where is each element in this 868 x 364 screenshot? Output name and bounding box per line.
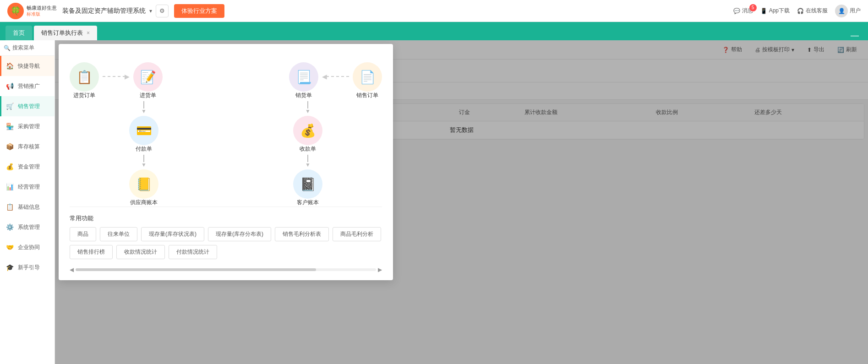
online-service-btn[interactable]: 🎧 在线客服 [797, 7, 828, 15]
user-name: 用户 [850, 7, 861, 15]
flow-item-customer-ledger[interactable]: 📓 客户账本 [293, 169, 322, 206]
customer-ledger-circle: 📓 [293, 169, 322, 199]
tab-sales-order-exec[interactable]: 销售订单执行表 × [34, 26, 97, 40]
scroll-left-arrow[interactable]: ◀ [70, 266, 74, 273]
sales-order-circle: 📄 [353, 62, 382, 92]
sidebar-item-quick-nav[interactable]: 🏠 快捷导航 [0, 56, 55, 76]
supplier-ledger-icon: 📒 [136, 177, 152, 192]
sidebar-item-enterprise[interactable]: 🤝 企业协同 [0, 237, 55, 257]
sidebar-item-finance[interactable]: 💰 资金管理 [0, 157, 55, 177]
main-layout: 🔍 搜索菜单 🏠 快捷导航 📢 营销推广 🛒 销售管理 🏪 采购管理 📦 库存核… [0, 40, 868, 364]
finance-icon: 💰 [5, 162, 14, 171]
arrow-so-sb: ◀ [318, 73, 353, 80]
logo-text: 畅康道好生意 标准版 [27, 5, 57, 17]
avatar: 👤 [835, 5, 848, 17]
sidebar-item-newbie[interactable]: 🎓 新手引导 [0, 257, 55, 277]
flow-item-purchase-order[interactable]: 📋 进货订单 [70, 62, 99, 99]
func-btn-goods[interactable]: 商品 [70, 227, 96, 241]
payment-bill-label: 付款单 [136, 145, 152, 153]
message-btn[interactable]: 💬 消息 5 [733, 7, 753, 15]
logo-area: 🍀 畅康道好生意 标准版 [7, 3, 62, 19]
newbie-icon: 🎓 [5, 263, 14, 272]
app-icon: 📱 [760, 8, 767, 14]
flow-item-payment-bill[interactable]: 💳 付款单 [129, 116, 158, 153]
supplier-ledger-circle: 📒 [129, 169, 158, 199]
basic-info-icon: 📋 [5, 202, 14, 212]
sidebar-item-system[interactable]: ⚙️ 系统管理 [0, 217, 55, 237]
func-buttons: 商品 往来单位 现存量(库存状况表) 现存量(库存分布表) 销售毛利分析表 商品… [70, 227, 382, 241]
supplier-ledger-label: 供应商账本 [130, 199, 158, 206]
minimize-icon[interactable]: — [847, 31, 863, 40]
experience-btn[interactable]: 体验行业方案 [174, 4, 224, 18]
payment-bill-icon: 💳 [136, 123, 152, 138]
enterprise-icon: 🤝 [5, 243, 14, 252]
flow-arrows-row2: ▼ ▼ [70, 101, 382, 114]
dropdown-icon[interactable]: ▾ [149, 8, 152, 14]
inventory-icon: 📦 [5, 142, 14, 151]
app-download-btn[interactable]: 📱 App下载 [760, 7, 790, 15]
arrow-down-receipt: ▼ [293, 155, 322, 168]
purchase-bill-label: 进货单 [140, 92, 156, 99]
tab-home[interactable]: 首页 [5, 26, 32, 40]
scroll-thumb [76, 268, 316, 271]
settings-icon[interactable]: ⚙ [156, 5, 169, 17]
purchase-order-icon: 📋 [76, 70, 93, 85]
sidebar-item-inventory[interactable]: 📦 库存核算 [0, 136, 55, 157]
arrow-down-payment: ▼ [129, 155, 158, 168]
operation-icon: 📊 [5, 182, 14, 191]
func-btn-receipt-stats[interactable]: 收款情况统计 [116, 245, 165, 259]
tab-close-icon[interactable]: × [87, 30, 90, 36]
message-badge: 5 [749, 4, 757, 11]
func-btn-sales-ranking[interactable]: 销售排行榜 [70, 245, 113, 259]
func-btn-stock-status[interactable]: 现存量(库存状况表) [141, 227, 204, 241]
flow-item-sales-bill[interactable]: 📃 销货单 [289, 62, 318, 99]
sidebar-search[interactable]: 🔍 搜索菜单 [0, 40, 55, 56]
header-right: 💬 消息 5 📱 App下载 🎧 在线客服 👤 用户 [733, 5, 861, 17]
arrow-down-icon-pb: ▼ [141, 109, 147, 114]
scroll-track[interactable] [76, 268, 376, 271]
sidebar: 🔍 搜索菜单 🏠 快捷导航 📢 营销推广 🛒 销售管理 🏪 采购管理 📦 库存核… [0, 40, 55, 364]
quick-nav-icon: 🏠 [5, 61, 14, 71]
func-btn-stock-dist[interactable]: 现存量(库存分布表) [208, 227, 271, 241]
receipt-bill-circle: 💰 [293, 116, 322, 145]
marketing-icon: 📢 [5, 81, 14, 91]
arrow-down-pb: ▼ [129, 101, 158, 114]
sidebar-item-marketing[interactable]: 📢 营销推广 [0, 76, 55, 96]
func-btn-payment-stats[interactable]: 付款情况统计 [169, 245, 217, 259]
flow-item-receipt-bill[interactable]: 💰 收款单 [293, 116, 322, 153]
sales-order-icon: 📄 [360, 70, 376, 85]
sales-bill-icon: 📃 [296, 70, 312, 85]
sidebar-item-operation[interactable]: 📊 经营管理 [0, 177, 55, 197]
flow-row-3: 💳 付款单 💰 收款单 [70, 116, 382, 153]
sales-bill-label: 销货单 [295, 92, 312, 99]
func-btn-sales-profit[interactable]: 销售毛利分析表 [275, 227, 329, 241]
modal-overlay[interactable]: 📋 进货订单 ▶ 📝 [55, 40, 868, 364]
arrow-right-icon: ▶ [125, 73, 130, 80]
modal-scrollbar-area: ◀ ▶ [70, 266, 382, 273]
arrow-po-pb: ▶ [99, 73, 133, 80]
scroll-right-arrow[interactable]: ▶ [378, 266, 382, 273]
flow-item-sales-order[interactable]: 📄 销售订单 [353, 62, 382, 99]
sales-order-label: 销售订单 [356, 92, 378, 99]
sidebar-item-purchase[interactable]: 🏪 采购管理 [0, 116, 55, 136]
user-btn[interactable]: 👤 用户 [835, 5, 861, 17]
func-btn-partner[interactable]: 往来单位 [100, 227, 137, 241]
sidebar-item-basic-info[interactable]: 📋 基础信息 [0, 197, 55, 217]
flow-row-5: 📒 供应商账本 📓 客户账本 [70, 169, 382, 206]
tab-bar: 首页 销售订单执行表 × — [0, 22, 868, 40]
content-area: ❓ 帮助 🖨 按模板打印 ▾ ⬆ 导出 🔄 刷新 📅 单据状 [55, 40, 868, 364]
top-header: 🍀 畅康道好生意 标准版 装备及固定资产辅助管理系统 ▾ ⚙ 体验行业方案 💬 … [0, 0, 868, 22]
search-icon: 🔍 [4, 45, 11, 51]
sidebar-item-sales[interactable]: 🛒 销售管理 [0, 96, 55, 116]
func-btn-goods-profit[interactable]: 商品毛利分析 [333, 227, 381, 241]
flow-item-purchase-bill[interactable]: 📝 进货单 [133, 62, 163, 99]
flow-item-supplier-ledger[interactable]: 📒 供应商账本 [129, 169, 158, 206]
system-title-area: 装备及固定资产辅助管理系统 ▾ ⚙ 体验行业方案 [62, 4, 733, 18]
flow-row-1: 📋 进货订单 ▶ 📝 [70, 62, 382, 99]
system-icon: ⚙️ [5, 223, 14, 232]
payment-bill-circle: 💳 [129, 116, 158, 145]
receipt-bill-icon: 💰 [300, 123, 316, 138]
arrow-down-icon-payment: ▼ [141, 162, 147, 168]
receipt-bill-label: 收款单 [300, 145, 316, 153]
arrow-down-icon-receipt: ▼ [305, 162, 311, 168]
